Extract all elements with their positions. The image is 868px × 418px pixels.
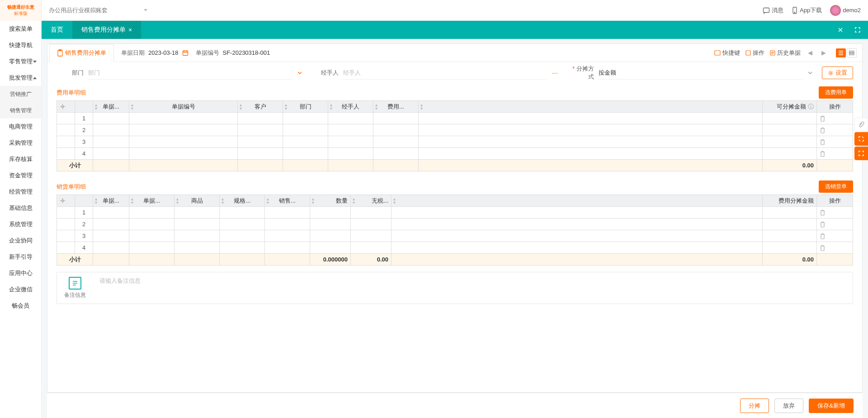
history-label: 历史单据 — [777, 49, 801, 57]
sidebar-item[interactable]: 经营管理 — [0, 184, 41, 200]
handler-more-icon[interactable]: ⋯ — [552, 70, 567, 76]
delete-row-button[interactable] — [817, 218, 853, 230]
info-icon: ⓘ — [808, 103, 814, 110]
sidebar-item[interactable]: 搜索菜单 — [0, 21, 41, 37]
table-row[interactable]: 2 — [57, 124, 853, 136]
sidebar-item[interactable]: 批发管理 — [0, 70, 41, 86]
fee-col-c6[interactable]: ▴▾费用... — [373, 101, 419, 113]
account-selector[interactable]: 办公用品行业模拟账套 — [49, 6, 147, 14]
sidebar-item[interactable]: 企业协同 — [0, 233, 41, 249]
calendar-icon[interactable] — [182, 50, 189, 56]
fullscreen-button[interactable] — [851, 23, 864, 37]
fee-col-c4[interactable]: ▴▾部门 — [283, 101, 328, 113]
sidebar-subitem[interactable]: 销售管理 — [0, 102, 41, 119]
sales-subtotal-amount: 0.00 — [763, 254, 817, 266]
doc-date-field[interactable]: 单据日期 2023-03-18 — [121, 49, 189, 57]
fee-col-gear[interactable] — [57, 101, 75, 113]
sidebar-item[interactable]: 企业微信 — [0, 281, 41, 298]
view-list-button[interactable] — [836, 48, 846, 57]
close-all-tabs-button[interactable] — [834, 23, 847, 37]
sales-col-c7[interactable]: ▴▾无税... — [351, 195, 392, 207]
table-row[interactable]: 4 — [57, 148, 853, 160]
delete-row-button[interactable] — [817, 113, 853, 124]
table-row[interactable]: 1 — [57, 113, 853, 124]
settings-button[interactable]: 设置 — [822, 66, 853, 79]
tab-active[interactable]: 销售费用分摊单 × — [72, 21, 141, 39]
sidebar-item[interactable]: 库存核算 — [0, 151, 41, 167]
fee-col-c5[interactable]: ▴▾经手人 — [328, 101, 373, 113]
table-row[interactable]: 3 — [57, 136, 853, 148]
sidebar-item[interactable]: 电商管理 — [0, 119, 41, 135]
sidebar-item[interactable]: 资金管理 — [0, 167, 41, 184]
expand-button-1[interactable] — [854, 132, 868, 146]
sales-subtotal-qty: 0.000000 — [310, 254, 351, 266]
sales-col-blank[interactable]: ▴▾ — [392, 195, 763, 207]
dept-dropdown-icon[interactable] — [297, 71, 311, 75]
history-link[interactable]: 历史单据 — [770, 49, 801, 57]
table-row[interactable]: 2 — [57, 218, 853, 230]
discard-button[interactable]: 放弃 — [774, 399, 803, 413]
select-sales-doc-button[interactable]: 选销货单 — [819, 180, 853, 193]
table-row[interactable]: 4 — [57, 242, 853, 254]
allocation-input[interactable] — [599, 66, 803, 80]
delete-row-button[interactable] — [817, 207, 853, 218]
sidebar-item[interactable]: 新手引导 — [0, 249, 41, 265]
app-download-link[interactable]: App下载 — [792, 6, 822, 14]
fee-subtotal-amount: 0.00 — [763, 160, 817, 171]
footer-bar: 分摊 放弃 保存&新增 — [47, 393, 863, 418]
view-grid-button[interactable] — [847, 48, 857, 57]
delete-row-button[interactable] — [817, 148, 853, 160]
delete-row-button[interactable] — [817, 242, 853, 254]
dept-input[interactable] — [88, 66, 292, 80]
delete-row-button[interactable] — [817, 230, 853, 242]
sidebar-item[interactable]: 畅会员 — [0, 298, 41, 314]
form-row: 部门 经手人 ⋯ 分摊方式 — [47, 62, 862, 84]
sidebar-item[interactable]: 应用中心 — [0, 265, 41, 281]
sales-col-amount[interactable]: 费用分摊金额 — [763, 195, 817, 207]
messages-link[interactable]: 消息 — [763, 6, 783, 14]
user-name: demo2 — [843, 7, 861, 14]
sidebar-item[interactable]: 零售管理 — [0, 53, 41, 70]
save-new-button[interactable]: 保存&新增 — [809, 399, 854, 413]
sidebar-item[interactable]: 快捷导航 — [0, 37, 41, 53]
fee-col-amount[interactable]: 可分摊金额 ⓘ — [763, 101, 817, 113]
user-menu[interactable]: demo2 — [830, 5, 861, 16]
next-doc-button[interactable]: ▶ — [820, 49, 828, 56]
table-row[interactable]: 3 — [57, 230, 853, 242]
tab-close-icon[interactable]: × — [128, 26, 132, 33]
sales-col-c3[interactable]: ▴▾商品 — [175, 195, 220, 207]
allocation-dropdown-icon[interactable] — [807, 71, 822, 75]
sales-col-c2[interactable]: ▴▾单据... — [129, 195, 175, 207]
fee-col-c1[interactable]: ▴▾单据... — [93, 101, 129, 113]
sidebar-item[interactable]: 基础信息 — [0, 200, 41, 216]
sidebar-subitem[interactable]: 营销推广 — [0, 86, 41, 102]
sidebar-item[interactable]: 采购管理 — [0, 135, 41, 151]
expand-button-2[interactable] — [854, 147, 868, 160]
attachment-button[interactable] — [854, 118, 868, 131]
handler-input[interactable] — [343, 66, 547, 80]
fee-col-c3[interactable]: ▴▾客户 — [238, 101, 283, 113]
document-tab-label: 销售费用分摊单 — [65, 49, 106, 57]
delete-row-button[interactable] — [817, 136, 853, 148]
fee-col-blank[interactable]: ▴▾ — [419, 101, 763, 113]
prev-doc-button[interactable]: ◀ — [806, 49, 814, 56]
table-row[interactable]: 1 — [57, 207, 853, 218]
sales-col-c1[interactable]: ▴▾单据... — [93, 195, 129, 207]
section2-title: 销货单明细 — [57, 183, 86, 191]
sales-col-c6[interactable]: ▴▾数量 — [310, 195, 351, 207]
tab-home[interactable]: 首页 — [42, 21, 72, 39]
shortcut-link[interactable]: 快捷键 — [714, 49, 740, 57]
select-fee-doc-button[interactable]: 选费用单 — [819, 86, 853, 99]
remarks-input[interactable] — [93, 272, 853, 304]
sales-col-c5[interactable]: ▴▾销售... — [265, 195, 310, 207]
fee-col-c2[interactable]: ▴▾单据编号 — [129, 101, 238, 113]
document-tab[interactable]: 销售费用分摊单 — [49, 44, 114, 62]
sales-col-gear[interactable] — [57, 195, 75, 207]
svg-point-13 — [830, 72, 831, 74]
operation-link[interactable]: 操作 — [745, 49, 764, 57]
messages-label: 消息 — [772, 6, 783, 14]
delete-row-button[interactable] — [817, 124, 853, 136]
sales-col-c4[interactable]: ▴▾规格... — [220, 195, 265, 207]
allocate-button[interactable]: 分摊 — [740, 399, 769, 413]
sidebar-item[interactable]: 系统管理 — [0, 216, 41, 233]
